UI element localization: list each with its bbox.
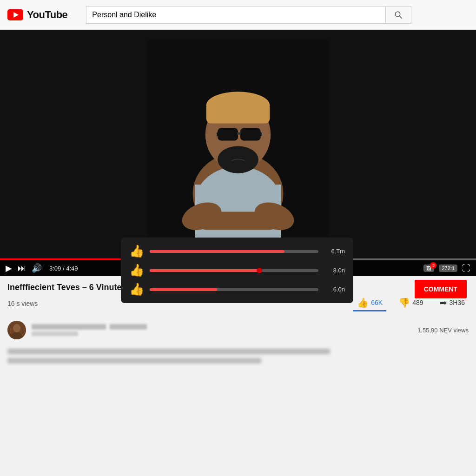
blurred-rows	[0, 344, 476, 368]
svg-point-21	[228, 160, 248, 171]
skip-button[interactable]: ⏭	[18, 264, 26, 273]
channel-name-blurred	[32, 324, 106, 330]
svg-rect-18	[217, 132, 220, 136]
dislike-count: 489	[412, 299, 423, 306]
time-display: 3:09 / 4:49	[49, 265, 78, 272]
main-content: 👍 6.Tm 👍 8.0n 👍 6.0n COMMENT	[0, 344, 476, 368]
popup-panel: 👍 6.Tm 👍 8.0n 👍 6.0n	[121, 238, 353, 303]
like-button[interactable]: 👍 66K	[353, 295, 386, 311]
sub-views: 1,55,90 NEV views	[417, 327, 469, 334]
slider-track-1[interactable]	[150, 250, 318, 253]
slider-fill-1	[150, 250, 284, 253]
share-label: 3H36	[450, 299, 465, 306]
blurred-row-2	[7, 358, 261, 364]
dislike-icon: 👎	[398, 297, 410, 308]
channel-avatar[interactable]	[7, 321, 26, 339]
notification-count: 3	[430, 262, 436, 269]
channel-row: 1,55,90 NEV views	[0, 316, 476, 344]
logo-area: YouTube	[7, 9, 67, 21]
youtube-logo-icon	[7, 9, 23, 20]
share-icon: ➦	[439, 297, 447, 308]
svg-line-3	[400, 16, 402, 18]
slider-track-2[interactable]	[150, 269, 318, 272]
volume-button[interactable]: 🔊	[32, 263, 42, 273]
fullscreen-button[interactable]: ⛶	[462, 264, 470, 273]
blurred-row-1	[7, 349, 330, 354]
svg-point-2	[396, 12, 401, 17]
thumb-icon-1: 👍	[129, 244, 144, 258]
svg-rect-14	[206, 103, 270, 124]
channel-name-row	[32, 324, 412, 330]
slider-thumb-2	[257, 268, 262, 273]
slider-fill-2	[150, 269, 259, 272]
play-button[interactable]: ▶	[6, 263, 12, 273]
thumb-icon-3: 👍	[129, 282, 144, 297]
slider-label-3: 6.0n	[324, 286, 345, 293]
svg-rect-10	[197, 212, 279, 230]
like-icon: 👍	[357, 297, 369, 308]
svg-rect-17	[237, 132, 241, 135]
channel-name-blurred-2	[110, 324, 147, 330]
channel-info	[32, 324, 412, 336]
search-input[interactable]	[86, 6, 385, 24]
popup-row-2: 👍 8.0n	[129, 263, 345, 278]
popup-row-3: 👍 6.0n	[129, 282, 345, 297]
slider-fill-3	[150, 288, 217, 291]
slider-track-3[interactable]	[150, 288, 318, 291]
channel-sub-blurred	[32, 331, 78, 336]
notification-badge[interactable]: 🖼 3	[423, 264, 434, 272]
controls-right: 🖼 3 272:1 ⛶	[423, 264, 470, 273]
search-bar	[86, 6, 411, 24]
character-illustration	[147, 40, 329, 266]
slider-label-1: 6.Tm	[324, 248, 345, 255]
popup-row-1: 👍 6.Tm	[129, 244, 345, 258]
logo-text: YouTube	[27, 9, 67, 21]
stats-badge[interactable]: 272:1	[439, 264, 457, 272]
svg-rect-16	[240, 128, 261, 140]
svg-rect-15	[218, 128, 238, 140]
avatar-image	[7, 321, 26, 339]
thumb-icon-2: 👍	[129, 263, 144, 278]
search-icon	[394, 11, 403, 19]
comment-button[interactable]: COMMENT	[415, 280, 467, 298]
header: YouTube	[0, 0, 476, 30]
svg-rect-19	[258, 132, 262, 136]
search-button[interactable]	[385, 6, 411, 24]
slider-label-2: 8.0n	[324, 267, 345, 274]
svg-point-23	[13, 324, 20, 332]
like-count: 66K	[371, 299, 383, 306]
